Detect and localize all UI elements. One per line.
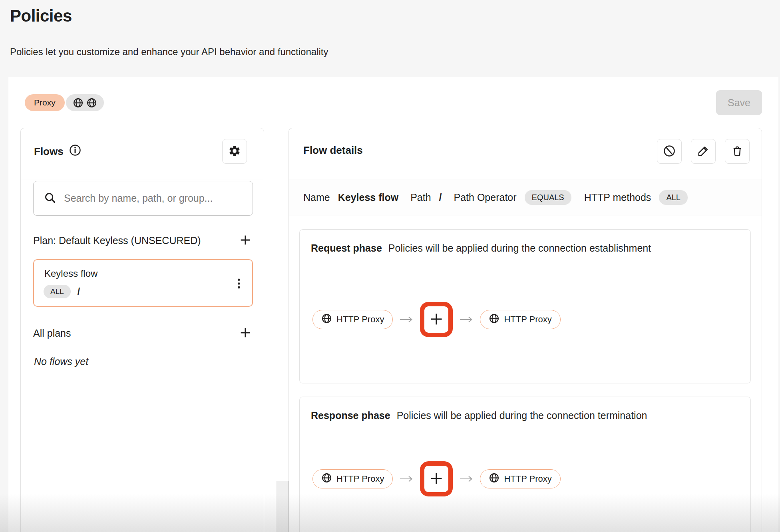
- policies-page: Policies Policies let you customize and …: [0, 0, 780, 532]
- entrypoints-chip: [66, 94, 104, 111]
- arrow-right-icon: [459, 474, 474, 484]
- globe-icon: [73, 97, 84, 108]
- name-value: Keyless flow: [338, 192, 398, 203]
- add-flow-to-plan-button[interactable]: [238, 232, 253, 249]
- globe-icon: [321, 313, 332, 326]
- all-plans-section-header: All plans: [33, 325, 253, 341]
- http-methods-label: HTTP methods: [584, 192, 651, 203]
- flows-panel-header: Flows: [34, 144, 81, 159]
- plan-section-label: Plan: Default Keyless (UNSECURED): [33, 235, 201, 246]
- request-phase-header: Request phase Policies will be applied d…: [311, 242, 651, 254]
- flow-item-meta: ALL /: [44, 285, 80, 298]
- connector-label: HTTP Proxy: [336, 474, 384, 484]
- flow-item-path: /: [78, 286, 80, 297]
- panel-scrollbar[interactable]: [276, 481, 289, 532]
- response-phase-card: Response phase Policies will be applied …: [299, 397, 751, 532]
- path-operator-badge: EQUALS: [525, 190, 571, 205]
- add-request-policy-button[interactable]: [426, 308, 447, 331]
- chain-end-connector: HTTP Proxy: [480, 310, 560, 329]
- flows-settings-button[interactable]: [222, 139, 247, 164]
- flow-item-name: Keyless flow: [44, 268, 98, 279]
- flows-panel: Flows Plan: Default Keyless (UNSECURED): [20, 128, 264, 532]
- response-phase-description: Policies will be applied during the conn…: [397, 410, 647, 421]
- flow-meta-row: Name Keyless flow Path / Path Operator E…: [289, 179, 762, 216]
- request-phase-description: Policies will be applied during the conn…: [388, 242, 651, 254]
- plus-icon: [429, 312, 444, 328]
- globe-icon: [489, 472, 499, 486]
- policy-studio-card: Proxy Save Flows: [8, 77, 778, 532]
- disable-flow-button[interactable]: [657, 139, 682, 164]
- arrow-right-icon: [399, 474, 414, 484]
- save-button[interactable]: Save: [716, 90, 762, 115]
- request-policy-chain: HTTP Proxy: [312, 294, 561, 345]
- trash-icon: [731, 145, 743, 158]
- delete-flow-button[interactable]: [725, 139, 750, 164]
- plan-section-header: Plan: Default Keyless (UNSECURED): [33, 232, 253, 249]
- search-icon: [44, 192, 56, 205]
- flow-list-item-keyless-flow[interactable]: Keyless flow ALL /: [33, 259, 253, 307]
- globe-icon: [86, 97, 97, 108]
- plus-icon: [239, 233, 252, 248]
- flow-item-menu-button[interactable]: [231, 275, 247, 293]
- path-label: Path: [410, 192, 431, 203]
- gear-icon: [228, 145, 241, 159]
- arrow-right-icon: [399, 314, 414, 325]
- http-methods-badge: ALL: [659, 190, 688, 205]
- flow-details-header: Flow details: [303, 144, 363, 157]
- plus-icon: [429, 471, 444, 487]
- connector-label: HTTP Proxy: [504, 314, 551, 325]
- connector-label: HTTP Proxy: [504, 474, 551, 484]
- flow-details-title: Flow details: [303, 144, 363, 157]
- plus-icon: [239, 326, 252, 341]
- annotation-highlight: [420, 461, 453, 496]
- request-phase-card: Request phase Policies will be applied d…: [299, 229, 751, 383]
- proxy-type-chip: Proxy: [25, 94, 65, 111]
- response-policy-chain: HTTP Proxy: [312, 453, 561, 505]
- path-operator-label: Path Operator: [454, 192, 517, 203]
- flows-search-input[interactable]: [64, 193, 242, 204]
- page-title: Policies: [10, 6, 72, 26]
- divider: [21, 179, 264, 179]
- request-phase-title: Request phase: [311, 242, 382, 254]
- flow-details-actions: [657, 139, 750, 164]
- add-flow-all-plans-button[interactable]: [238, 325, 253, 341]
- chain-start-connector: HTTP Proxy: [312, 310, 393, 329]
- all-plans-label: All plans: [33, 328, 71, 339]
- name-label: Name: [303, 192, 330, 203]
- globe-icon: [489, 313, 499, 326]
- path-value: /: [439, 192, 442, 203]
- http-methods-badge: ALL: [44, 285, 71, 298]
- globe-icon: [321, 472, 332, 486]
- response-phase-header: Response phase Policies will be applied …: [311, 410, 647, 421]
- info-icon[interactable]: [69, 144, 81, 159]
- flows-search: [33, 181, 253, 216]
- add-response-policy-button[interactable]: [426, 468, 447, 490]
- kebab-icon: [234, 285, 244, 291]
- pencil-icon: [697, 145, 709, 158]
- disable-icon: [663, 145, 676, 159]
- annotation-highlight: [420, 302, 453, 337]
- chain-end-connector: HTTP Proxy: [480, 469, 560, 488]
- response-phase-title: Response phase: [311, 410, 390, 421]
- chain-start-connector: HTTP Proxy: [312, 469, 393, 488]
- edit-flow-button[interactable]: [691, 139, 716, 164]
- flows-title: Flows: [34, 145, 64, 158]
- no-flows-message: No flows yet: [34, 356, 88, 367]
- connector-label: HTTP Proxy: [336, 314, 384, 325]
- arrow-right-icon: [459, 314, 474, 325]
- flow-details-panel: Flow details: [289, 128, 762, 532]
- page-subtitle: Policies let you customize and enhance y…: [10, 46, 328, 58]
